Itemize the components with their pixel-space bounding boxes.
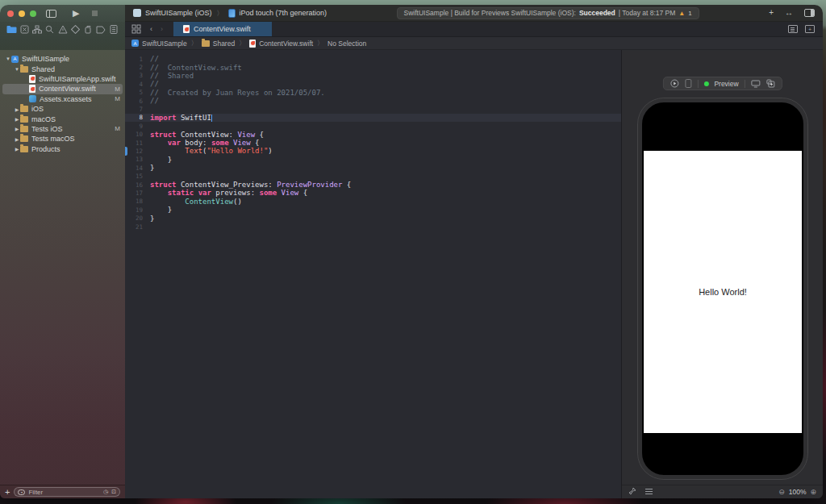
zoom-level[interactable]: 100% xyxy=(789,488,807,496)
project-navigator-icon[interactable] xyxy=(6,24,17,35)
sidebar-item-shared[interactable]: ▼Shared xyxy=(0,64,125,73)
warning-count[interactable]: 1 xyxy=(688,10,691,17)
code-line-6[interactable]: 6// xyxy=(125,97,621,105)
inspector-toggle-icon[interactable] xyxy=(804,9,815,17)
back-button[interactable]: ‹ xyxy=(146,25,156,33)
source-editor[interactable]: 1//2// ContentView.swift3// Shared4//5//… xyxy=(125,50,621,498)
code-line-8[interactable]: 8import SwiftUI xyxy=(125,114,621,122)
preview-list-icon[interactable] xyxy=(645,488,653,497)
debug-navigator-icon[interactable] xyxy=(83,24,94,35)
code-line-7[interactable]: 7 xyxy=(125,105,621,113)
device-icon xyxy=(228,9,236,18)
run-button[interactable]: ▶ xyxy=(73,9,79,18)
source-control-filter-icon[interactable]: ⊡ xyxy=(111,489,116,495)
disclosure-triangle-icon[interactable]: ▼ xyxy=(14,67,20,72)
version-editor-icon[interactable]: ↔ xyxy=(785,9,793,17)
pin-preview-icon[interactable] xyxy=(628,487,636,497)
breadcrumb-item[interactable]: ContentView.swift xyxy=(249,40,313,48)
device-preview-frame: Hello World! xyxy=(638,98,807,479)
disclosure-triangle-icon[interactable]: ▶ xyxy=(14,106,20,112)
code-line-3[interactable]: 3// Shared xyxy=(125,72,621,80)
breadcrumb-item[interactable]: ASwiftUISample xyxy=(131,40,187,48)
source-control-status-badge: M xyxy=(115,95,120,102)
sidebar-item-contentview-swift[interactable]: ContentView.swiftM xyxy=(0,84,125,94)
code-line-10[interactable]: 10struct ContentView: View { xyxy=(125,131,621,139)
sidebar-item-macos[interactable]: ▶macOS xyxy=(0,114,125,123)
test-navigator-icon[interactable] xyxy=(70,24,81,35)
breakpoint-navigator-icon[interactable] xyxy=(95,24,106,35)
activity-status[interactable]: SwiftUISample | Build for Previews Swift… xyxy=(397,7,699,19)
report-navigator-icon[interactable] xyxy=(108,24,119,35)
code-line-11[interactable]: 11 var body: some View { xyxy=(125,139,621,147)
code-line-1[interactable]: 1// xyxy=(125,55,621,63)
code-line-9[interactable]: 9 xyxy=(125,122,621,130)
sidebar-item-products[interactable]: ▶Products xyxy=(0,144,125,154)
source-control-navigator-icon[interactable] xyxy=(19,24,30,35)
duplicate-preview-icon[interactable] xyxy=(766,79,775,88)
code-line-15[interactable]: 15 xyxy=(125,172,621,180)
disclosure-triangle-icon[interactable]: ▶ xyxy=(14,136,20,142)
line-number: 10 xyxy=(125,131,143,138)
device-preview-icon[interactable] xyxy=(684,79,691,88)
breadcrumb-item[interactable]: No Selection xyxy=(327,40,366,48)
disclosure-triangle-icon[interactable]: ▶ xyxy=(14,116,20,122)
zoom-in-icon[interactable]: ⊕ xyxy=(810,488,816,496)
swift-file-icon xyxy=(29,75,35,83)
code-line-12[interactable]: 12 Text("Hello World!") xyxy=(125,147,621,155)
sidebar-item-tests-macos[interactable]: ▶Tests macOS xyxy=(0,134,125,144)
zoom-out-icon[interactable]: ⊖ xyxy=(778,488,785,496)
code-line-18[interactable]: 18 ContentView() xyxy=(125,198,621,206)
disclosure-triangle-icon[interactable]: ▶ xyxy=(14,126,20,131)
zoom-window-button[interactable] xyxy=(30,10,36,17)
sidebar-item-ios[interactable]: ▶iOS xyxy=(0,104,125,114)
preview-canvas: Preview Hello World! ⊖ 100% ⊕ xyxy=(621,50,823,498)
live-preview-icon[interactable] xyxy=(670,79,678,88)
sidebar-item-tests-ios[interactable]: ▶Tests iOSM xyxy=(0,124,125,134)
close-window-button[interactable] xyxy=(7,10,14,17)
minimize-window-button[interactable] xyxy=(19,10,25,17)
issue-navigator-icon[interactable] xyxy=(57,24,68,35)
code-line-2[interactable]: 2// ContentView.swift xyxy=(125,63,621,71)
warning-icon[interactable]: ▲ xyxy=(678,10,685,17)
code-line-5[interactable]: 5// Created by Juan Reyes on 2021/05/07. xyxy=(125,89,621,97)
add-file-button[interactable]: + xyxy=(5,488,10,497)
preview-on-device-icon[interactable] xyxy=(751,80,761,88)
code-line-14[interactable]: 14} xyxy=(125,164,621,172)
recent-files-icon[interactable]: ◷ xyxy=(103,489,108,495)
code-line-19[interactable]: 19 } xyxy=(125,206,621,214)
sidebar-item-assets-xcassets[interactable]: Assets.xcassetsM xyxy=(0,94,125,104)
scheme-name[interactable]: SwiftUISample (iOS) xyxy=(145,9,212,17)
add-editor-icon[interactable]: + xyxy=(805,25,815,33)
code-line-16[interactable]: 16struct ContentView_Previews: PreviewPr… xyxy=(125,181,621,189)
breadcrumb-item[interactable]: Shared xyxy=(202,40,235,48)
file-label: ContentView.swift xyxy=(39,85,96,93)
library-add-icon[interactable]: + xyxy=(769,9,774,17)
code-text: Text("Hello World!") xyxy=(143,147,273,155)
forward-button[interactable]: › xyxy=(156,25,167,33)
code-line-17[interactable]: 17 static var previews: some View { xyxy=(125,189,621,197)
divider xyxy=(745,80,745,88)
symbol-navigator-icon[interactable] xyxy=(32,24,43,35)
code-line-21[interactable]: 21 xyxy=(125,223,621,231)
navigator-toggle-icon[interactable] xyxy=(46,10,56,18)
disclosure-triangle-icon[interactable]: ▶ xyxy=(14,146,20,152)
code-text: // Shared xyxy=(143,72,194,80)
sidebar-item-swiftuisampleapp-swift[interactable]: SwiftUISampleApp.swift xyxy=(0,74,125,84)
line-number: 15 xyxy=(125,173,143,180)
code-line-4[interactable]: 4// xyxy=(125,80,621,88)
tab-contentview[interactable]: ContentView.swift xyxy=(173,22,272,36)
sidebar-item-swiftuisample[interactable]: ▼ASwiftUISample xyxy=(0,54,125,64)
device-screen[interactable]: Hello World! xyxy=(644,151,802,433)
stop-button[interactable] xyxy=(92,10,98,16)
related-items-icon[interactable] xyxy=(131,24,141,34)
destination-name[interactable]: iPod touch (7th generation) xyxy=(240,9,327,17)
disclosure-triangle-icon[interactable]: ▼ xyxy=(5,56,11,61)
code-line-13[interactable]: 13 } xyxy=(125,156,621,164)
editor-options-icon[interactable] xyxy=(788,25,798,33)
find-navigator-icon[interactable] xyxy=(44,24,55,35)
file-label: SwiftUISample xyxy=(22,55,69,63)
main-content: ▼ASwiftUISample▼SharedSwiftUISampleApp.s… xyxy=(0,50,823,498)
code-line-20[interactable]: 20} xyxy=(125,214,621,222)
scheme-selector[interactable]: SwiftUISample (iOS) 〉 iPod touch (7th ge… xyxy=(133,9,327,18)
filter-field[interactable]: ▾ Filter ◷ ⊡ xyxy=(14,487,120,497)
